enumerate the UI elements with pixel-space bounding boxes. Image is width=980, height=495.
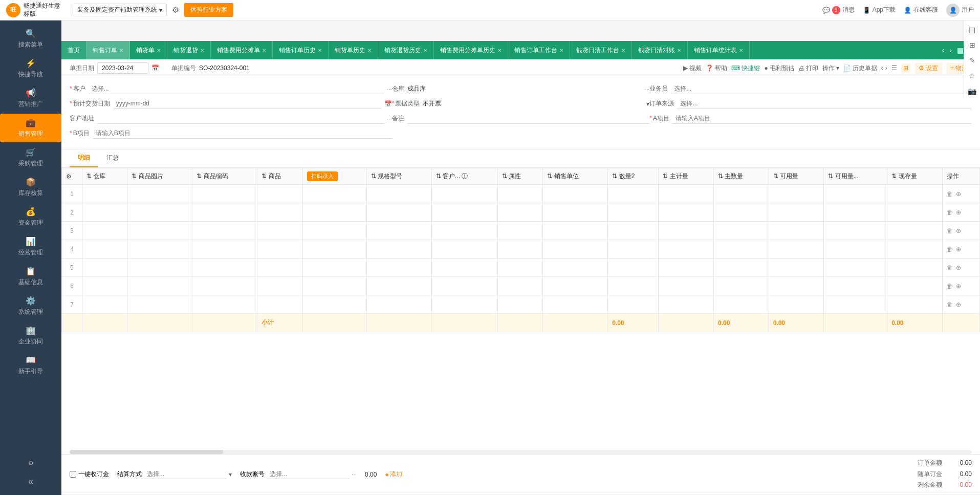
th-sales-unit[interactable]: ⇅ 销售单位 bbox=[543, 168, 608, 185]
th-main-qty[interactable]: ⇅ 主数量 bbox=[713, 168, 769, 185]
calendar-icon[interactable]: 📅 bbox=[151, 64, 159, 72]
date-input[interactable]: 2023-03-24 bbox=[97, 62, 148, 74]
tab-close-icon-8[interactable]: ✕ bbox=[497, 48, 502, 53]
tab-sales-order[interactable]: 销售订单 ✕ bbox=[86, 41, 130, 59]
tab-close-icon-10[interactable]: ✕ bbox=[621, 48, 625, 53]
row-spec-2[interactable] bbox=[366, 203, 431, 222]
payment-method-dropdown-icon[interactable]: ▾ bbox=[229, 471, 232, 478]
sidebar-item-purchase[interactable]: 🛒 采购管理 bbox=[0, 143, 61, 172]
one-click-check[interactable] bbox=[70, 471, 76, 478]
th-scan[interactable]: 扫码录入 bbox=[302, 168, 366, 185]
settings-form-btn[interactable]: ⚙ 设置 bbox=[914, 63, 942, 74]
delete-row-btn-7[interactable]: 🗑 bbox=[947, 301, 953, 308]
tab-sales-stats[interactable]: 销售订单统计表 ✕ bbox=[688, 41, 750, 59]
scan-btn[interactable]: 扫码录入 bbox=[307, 171, 338, 181]
sidebar-item-search[interactable]: 🔍 搜索菜单 bbox=[0, 25, 61, 53]
row-attr-2[interactable] bbox=[497, 203, 542, 222]
sidebar-settings-btn[interactable]: ⚙ bbox=[0, 456, 61, 471]
sidebar-item-quick-nav[interactable]: ⚡ 快捷导航 bbox=[0, 54, 61, 83]
tab-close-icon-2[interactable]: ✕ bbox=[157, 48, 161, 53]
b-project-input[interactable] bbox=[93, 128, 392, 139]
app-download-btn[interactable]: 📱 App下载 bbox=[863, 6, 896, 14]
delete-row-btn-4[interactable]: 🗑 bbox=[947, 246, 953, 253]
receipt-dots-btn[interactable]: ··· bbox=[352, 471, 357, 478]
layout-btn-1[interactable]: ☰ bbox=[891, 64, 897, 72]
delivery-calendar-icon[interactable]: 📅 bbox=[384, 100, 392, 107]
tab-daily-workbench[interactable]: 钱货日清工作台 ✕ bbox=[570, 41, 632, 59]
tab-summary[interactable]: 汇总 bbox=[98, 149, 127, 167]
sidebar-item-finance[interactable]: 💰 资金管理 bbox=[0, 203, 61, 231]
profit-btn[interactable]: ● 毛利预估 bbox=[764, 64, 794, 73]
tab-prev-btn[interactable]: ‹ bbox=[940, 44, 947, 56]
remark-input[interactable] bbox=[407, 113, 650, 124]
th-settings[interactable]: ⚙ bbox=[62, 168, 82, 185]
copy-row-btn-5[interactable]: ⊕ bbox=[956, 264, 961, 271]
online-service-btn[interactable]: 👤 在线客服 bbox=[904, 6, 938, 14]
sidebar-item-operations[interactable]: 📊 经营管理 bbox=[0, 232, 61, 261]
tab-daily-reconcile[interactable]: 钱货日清对账 ✕ bbox=[632, 41, 688, 59]
tab-next-btn[interactable]: › bbox=[947, 44, 954, 56]
tab-close-icon[interactable]: ✕ bbox=[119, 48, 123, 53]
delete-row-btn-1[interactable]: 🗑 bbox=[947, 190, 953, 198]
horizontal-scrollbar[interactable] bbox=[70, 450, 972, 454]
customer-address-input[interactable] bbox=[97, 113, 384, 124]
layout-btn-2[interactable]: ⊞ bbox=[901, 63, 910, 73]
tab-close-icon-6[interactable]: ✕ bbox=[367, 48, 372, 53]
tab-sales-return[interactable]: 销货退货 ✕ bbox=[167, 41, 211, 59]
tab-sales-workbench[interactable]: 销售订单工作台 ✕ bbox=[508, 41, 570, 59]
tab-sales-order-history[interactable]: 销售订单历史 ✕ bbox=[273, 41, 329, 59]
copy-row-btn-1[interactable]: ⊕ bbox=[956, 190, 961, 198]
th-spec[interactable]: ⇅ 规格型号 bbox=[366, 168, 431, 185]
receipt-account-input[interactable] bbox=[267, 469, 350, 479]
sidebar-collapse-btn[interactable]: « bbox=[24, 472, 37, 491]
salesperson-input[interactable] bbox=[671, 83, 964, 94]
address-dots-btn[interactable]: ··· bbox=[387, 115, 392, 122]
row-main-qty-1[interactable] bbox=[713, 185, 769, 203]
row-qty2-2[interactable] bbox=[608, 203, 659, 222]
sidebar-item-inventory[interactable]: 📦 库存核算 bbox=[0, 173, 61, 202]
row-code-3[interactable] bbox=[192, 222, 257, 240]
th-product-code[interactable]: ⇅ 商品编码 bbox=[192, 168, 257, 185]
row-warehouse-3[interactable] bbox=[82, 222, 127, 240]
row-warehouse-1[interactable] bbox=[82, 185, 127, 203]
warehouse-dots-btn[interactable]: ··· bbox=[644, 85, 649, 93]
next-record-btn[interactable]: › bbox=[885, 64, 887, 72]
tab-close-icon-3[interactable]: ✕ bbox=[200, 48, 204, 53]
delete-row-btn-6[interactable]: 🗑 bbox=[947, 283, 953, 290]
right-panel-btn-1[interactable]: ▤ bbox=[965, 23, 979, 37]
row-product-1[interactable] bbox=[257, 185, 302, 203]
copy-row-btn-6[interactable]: ⊕ bbox=[956, 283, 961, 290]
th-avail-qty[interactable]: ⇅ 可用量 bbox=[769, 168, 824, 185]
order-source-input[interactable] bbox=[677, 98, 972, 109]
row-main-qty-2[interactable] bbox=[713, 203, 769, 222]
row-attr-1[interactable] bbox=[497, 185, 542, 203]
scrollbar-thumb[interactable] bbox=[70, 450, 223, 454]
th-warehouse[interactable]: ⇅ 仓库 bbox=[82, 168, 127, 185]
sidebar-item-guide[interactable]: 📖 新手引导 bbox=[0, 351, 61, 380]
copy-row-btn-2[interactable]: ⊕ bbox=[956, 209, 961, 216]
row-product-2[interactable] bbox=[257, 203, 302, 222]
th-current-qty[interactable]: ⇅ 现存量 bbox=[887, 168, 943, 185]
row-code-2[interactable] bbox=[192, 203, 257, 222]
tab-close-icon-7[interactable]: ✕ bbox=[423, 48, 427, 53]
right-panel-btn-4[interactable]: ☆ bbox=[965, 69, 979, 83]
operation-btn[interactable]: 操作 ▾ bbox=[822, 64, 839, 73]
tab-expense-history[interactable]: 销售费用分摊单历史 ✕ bbox=[434, 41, 508, 59]
th-avail-qty2[interactable]: ⇅ 可用量... bbox=[824, 168, 887, 185]
th-attribute[interactable]: ⇅ 属性 bbox=[497, 168, 542, 185]
th-product-img[interactable]: ⇅ 商品图片 bbox=[127, 168, 192, 185]
sidebar-item-system[interactable]: ⚙️ 系统管理 bbox=[0, 292, 61, 320]
print-btn[interactable]: 🖨 打印 bbox=[798, 64, 818, 73]
right-panel-btn-5[interactable]: 📷 bbox=[965, 84, 979, 98]
th-qty2[interactable]: ⇅ 数量2 bbox=[608, 168, 659, 185]
sidebar-item-enterprise[interactable]: 🏢 企业协同 bbox=[0, 321, 61, 350]
tab-invoice-history[interactable]: 销货单历史 ✕ bbox=[329, 41, 378, 59]
message-btn[interactable]: 💬 9 消息 bbox=[822, 6, 855, 14]
row-customer-code-2[interactable] bbox=[431, 203, 497, 222]
delete-row-btn-3[interactable]: 🗑 bbox=[947, 227, 953, 234]
copy-row-btn-3[interactable]: ⊕ bbox=[956, 227, 961, 234]
tab-close-icon-4[interactable]: ✕ bbox=[262, 48, 266, 53]
history-btn[interactable]: 📄 历史单据 bbox=[843, 64, 877, 73]
user-avatar[interactable]: 👤 用户 bbox=[946, 4, 974, 17]
shortcut-btn[interactable]: ⌨ 快捷键 bbox=[731, 64, 760, 73]
